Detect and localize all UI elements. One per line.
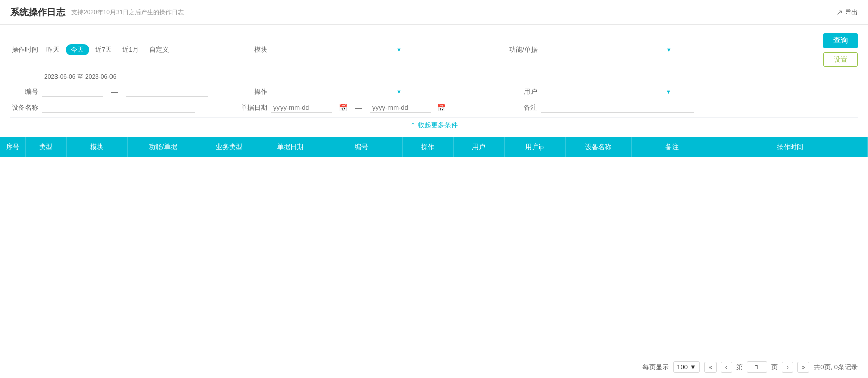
voucher-date-label: 单据日期 — [239, 103, 267, 112]
function-chevron-icon: ▼ — [666, 47, 672, 53]
col-code: 编号 — [321, 137, 402, 157]
time-label: 操作时间 — [10, 45, 38, 54]
note-label: 备注 — [509, 103, 537, 112]
next-page-button[interactable]: › — [782, 362, 793, 373]
export-button[interactable]: ↗ 导出 — [836, 8, 858, 17]
code-input-from[interactable] — [42, 86, 103, 97]
filter-row-1: 操作时间 昨天 今天 近7天 近1月 自定义 模块 ▼ — [10, 33, 858, 67]
per-page-label: 每页显示 — [642, 363, 669, 372]
function-filter-block: 功能/单据 ▼ 查询 设置 — [509, 33, 858, 67]
export-icon: ↗ — [836, 8, 843, 16]
filter-section: 操作时间 昨天 今天 近7天 近1月 自定义 模块 ▼ — [0, 25, 868, 137]
date-input-to[interactable] — [370, 103, 431, 113]
time-btn-yesterday[interactable]: 昨天 — [42, 44, 64, 55]
function-label: 功能/单据 — [509, 45, 538, 54]
time-filter-block: 操作时间 昨天 今天 近7天 近1月 自定义 — [10, 44, 239, 55]
action-buttons: 查询 设置 — [823, 33, 858, 67]
operation-chevron-icon: ▼ — [396, 89, 402, 95]
pagination: 每页显示 100 ▼ « ‹ 第 页 › » 共0页, 0条记录 — [0, 356, 868, 378]
code-dash: — — [111, 88, 118, 96]
time-btn-1month[interactable]: 近1月 — [118, 44, 143, 55]
code-label: 编号 — [10, 87, 38, 96]
page-header: 系统操作日志 支持2020年10月31日之后产生的操作日志 ↗ 导出 — [0, 0, 868, 25]
time-btn-custom[interactable]: 自定义 — [145, 44, 173, 55]
first-page-button[interactable]: « — [704, 362, 717, 373]
col-user-ip: 用户ip — [504, 137, 565, 157]
col-biz-type: 业务类型 — [199, 137, 260, 157]
code-input-to[interactable] — [126, 86, 208, 97]
device-label: 设备名称 — [10, 103, 38, 112]
note-input[interactable] — [541, 103, 694, 113]
function-select[interactable]: ▼ — [542, 46, 674, 54]
operation-select[interactable]: ▼ — [271, 88, 404, 96]
device-input[interactable] — [42, 103, 195, 113]
page-unit: 页 — [771, 363, 778, 372]
per-page-chevron-icon: ▼ — [690, 363, 696, 371]
per-page-value: 100 — [677, 363, 688, 371]
operation-filter-block: 操作 ▼ — [239, 87, 509, 96]
query-button[interactable]: 查询 — [823, 33, 858, 48]
settings-button[interactable]: 设置 — [823, 52, 858, 67]
page-total: 共0页, 0条记录 — [814, 363, 858, 372]
calendar-icon-to[interactable]: 📅 — [437, 104, 446, 112]
collapse-chevron-icon: ⌃ — [410, 122, 416, 129]
scrollbar-area[interactable] — [0, 350, 868, 356]
collapse-label: 收起更多条件 — [418, 121, 458, 130]
user-filter-block: 用户 ▼ — [509, 87, 858, 96]
collapse-button[interactable]: ⌃ 收起更多条件 — [10, 117, 858, 133]
last-page-button[interactable]: » — [797, 362, 810, 373]
module-filter-block: 模块 ▼ — [239, 45, 509, 54]
col-type: 类型 — [25, 137, 66, 157]
calendar-icon-from[interactable]: 📅 — [339, 104, 347, 112]
prev-page-button[interactable]: ‹ — [721, 362, 732, 373]
user-label: 用户 — [509, 87, 537, 96]
time-btn-today[interactable]: 今天 — [66, 44, 89, 55]
user-select[interactable]: ▼ — [541, 88, 674, 96]
col-note: 备注 — [631, 137, 713, 157]
col-voucher-date: 单据日期 — [260, 137, 321, 157]
time-range-text: 2023-06-06 至 2023-06-06 — [44, 73, 116, 80]
module-select[interactable]: ▼ — [271, 46, 404, 54]
col-operation: 操作 — [402, 137, 453, 157]
header-left: 系统操作日志 支持2020年10月31日之后产生的操作日志 — [10, 6, 184, 18]
filter-row-2: 编号 — 操作 ▼ 用户 — [10, 86, 858, 97]
voucher-date-filter-block: 单据日期 📅 — 📅 — [239, 103, 509, 113]
table-container: 序号 类型 模块 功能/单据 业务类型 单据日期 编号 操作 用户 用户ip 设… — [0, 137, 868, 350]
col-user: 用户 — [453, 137, 504, 157]
operation-label: 操作 — [239, 87, 267, 96]
col-function: 功能/单据 — [127, 137, 199, 157]
per-page-select[interactable]: 100 ▼ — [673, 361, 700, 373]
module-label: 模块 — [239, 45, 267, 54]
col-module: 模块 — [66, 137, 127, 157]
date-dash: — — [355, 104, 362, 112]
data-table: 序号 类型 模块 功能/单据 业务类型 单据日期 编号 操作 用户 用户ip 设… — [0, 137, 868, 157]
page-subtitle: 支持2020年10月31日之后产生的操作日志 — [71, 8, 184, 17]
time-range-display: 2023-06-06 至 2023-06-06 — [10, 73, 858, 81]
page-input[interactable] — [747, 361, 767, 373]
filter-row-3: 设备名称 单据日期 📅 — 📅 备注 — [10, 103, 858, 113]
module-chevron-icon: ▼ — [396, 47, 402, 53]
export-label: 导出 — [845, 8, 858, 17]
table-header-row: 序号 类型 模块 功能/单据 业务类型 单据日期 编号 操作 用户 用户ip 设… — [0, 137, 868, 157]
col-index: 序号 — [0, 137, 25, 157]
user-chevron-icon: ▼ — [666, 89, 671, 95]
time-options: 昨天 今天 近7天 近1月 自定义 — [42, 44, 173, 55]
col-op-time: 操作时间 — [713, 137, 868, 157]
code-filter-block: 编号 — — [10, 86, 239, 97]
col-device: 设备名称 — [565, 137, 631, 157]
device-filter-block: 设备名称 — [10, 103, 239, 113]
note-filter-block: 备注 — [509, 103, 858, 113]
filter-area: 操作时间 昨天 今天 近7天 近1月 自定义 模块 ▼ — [0, 25, 868, 137]
time-btn-7days[interactable]: 近7天 — [91, 44, 116, 55]
date-input-from[interactable] — [271, 103, 332, 113]
page-title: 系统操作日志 — [10, 6, 65, 18]
page-label: 第 — [736, 363, 743, 372]
